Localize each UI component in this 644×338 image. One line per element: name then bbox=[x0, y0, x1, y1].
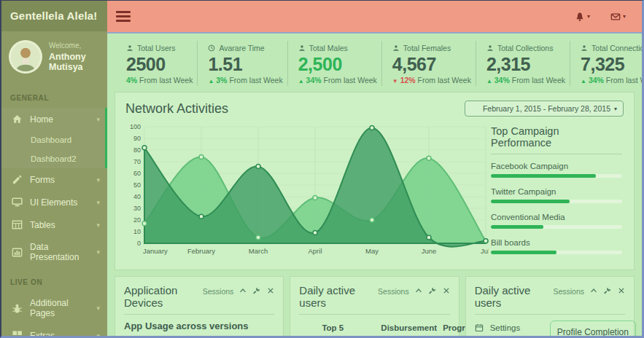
data-point bbox=[427, 156, 431, 160]
data-point bbox=[313, 231, 317, 235]
stat-change-pct: 34% bbox=[306, 76, 322, 84]
table-icon bbox=[12, 219, 23, 230]
close-icon[interactable] bbox=[618, 287, 625, 294]
data-point bbox=[142, 221, 147, 226]
svg-text:80: 80 bbox=[133, 146, 141, 154]
network-activities-panel: Network Activities February 1, 2015 - Fe… bbox=[115, 92, 635, 270]
stat-tile-total-collections: Total Collections2,315▲ 34% From last We… bbox=[476, 41, 570, 86]
close-icon[interactable] bbox=[443, 287, 450, 294]
sidebar: Gentellela Alela! Welcome, Anthony Mutis… bbox=[1, 1, 107, 336]
menu-toggle-icon[interactable] bbox=[116, 9, 131, 25]
caret-up-icon: ▲ bbox=[208, 78, 214, 84]
sidebar-item-label: Extras bbox=[30, 331, 89, 338]
stat-label-text: Total Collections bbox=[497, 44, 553, 52]
caret-down-icon: ▼ bbox=[392, 78, 398, 84]
profile-completion-title: Profile Completion bbox=[555, 327, 631, 336]
chevron-down-icon: ▾ bbox=[96, 199, 100, 206]
svg-text:70: 70 bbox=[133, 158, 141, 165]
sidebar-item-ui-elements[interactable]: UI Elements▾ bbox=[1, 191, 107, 213]
campaign-performance-block: Top Campaign Performance Facebook Campai… bbox=[489, 122, 625, 264]
stat-label-text: Total Users bbox=[137, 44, 176, 52]
column-disbursement: Disbursement bbox=[366, 323, 437, 332]
network-chart-svg: 0102030405060708090100JanuaryFebruaryMar… bbox=[124, 122, 489, 261]
campaign-row-twitter-campaign: Twitter Campaign bbox=[491, 187, 622, 203]
calendar-icon bbox=[475, 323, 484, 332]
bell-icon bbox=[575, 12, 585, 22]
app-usage-title: App Usage across versions bbox=[124, 321, 274, 331]
svg-text:60: 60 bbox=[133, 170, 141, 177]
stat-label: Total Connections bbox=[581, 44, 642, 52]
stat-label: Avarare Time bbox=[208, 44, 282, 52]
windows-icon bbox=[12, 330, 23, 338]
profile-block: Welcome, Anthony Mutisya bbox=[1, 31, 107, 84]
user-icon bbox=[298, 44, 306, 52]
panel-tools bbox=[590, 287, 625, 294]
clock-icon bbox=[208, 44, 215, 52]
stat-change: ▲ 34% From last Week bbox=[298, 76, 377, 84]
stat-change: ▼ 12% From last Week bbox=[392, 76, 471, 84]
sidebar-item-data-presentation[interactable]: Data Presentation▾ bbox=[1, 236, 107, 268]
date-range-button[interactable]: February 1, 2015 - February 28, 2015 ▾ bbox=[465, 101, 624, 117]
wrench-icon[interactable] bbox=[429, 287, 436, 294]
stat-value: 7,325 bbox=[581, 54, 642, 75]
sidebar-menu: GENERALHome▾DashboardDashboard2Forms▾UI … bbox=[1, 84, 107, 338]
navbar-actions: ▾▾ bbox=[575, 12, 626, 22]
chevron-down-icon: ▾ bbox=[96, 221, 100, 229]
stat-change-pct: 3% bbox=[216, 76, 227, 84]
sidebar-item-label: UI Elements bbox=[30, 197, 89, 208]
navbar-bell-menu[interactable]: ▾ bbox=[575, 12, 590, 22]
chevron-down-icon: ▾ bbox=[96, 116, 100, 123]
stat-label-text: Total Females bbox=[403, 44, 451, 52]
campaign-label: Twitter Campaign bbox=[491, 187, 622, 196]
stat-change: ▲ 34% From last Week bbox=[581, 76, 642, 84]
profile-completion-box: Profile Completion bbox=[550, 321, 636, 336]
sidebar-item-extras[interactable]: Extras▾ bbox=[1, 324, 107, 338]
sidebar-item-forms[interactable]: Forms▾ bbox=[1, 168, 107, 191]
avatar[interactable] bbox=[9, 40, 42, 74]
quick-item-settings[interactable]: Settings bbox=[475, 323, 543, 332]
sidebar-item-home[interactable]: Home▾ bbox=[1, 108, 107, 130]
chevron-down-icon: ▾ bbox=[623, 13, 626, 20]
panel-tools bbox=[415, 287, 450, 294]
sidebar-active-group: Home▾DashboardDashboard2 bbox=[1, 108, 107, 168]
app-title[interactable]: Gentellela Alela! bbox=[1, 1, 107, 31]
panel-subtitle[interactable]: Sessions bbox=[378, 287, 409, 296]
chevron-up-icon[interactable] bbox=[239, 287, 247, 294]
stat-value: 2,315 bbox=[486, 54, 565, 75]
stat-label: Total Females bbox=[392, 44, 471, 52]
stat-label-text: Total Males bbox=[309, 44, 348, 52]
edit-icon bbox=[12, 174, 23, 185]
svg-text:April: April bbox=[308, 247, 322, 255]
sidebar-subitem-dashboard[interactable]: Dashboard bbox=[1, 130, 107, 149]
panel-subtitle[interactable]: Sessions bbox=[203, 287, 234, 296]
quick-settings-list: SettingsSubscriptionAuto RenewalAchievem… bbox=[475, 321, 543, 336]
chevron-up-icon[interactable] bbox=[590, 287, 597, 294]
sidebar-subitem-dashboard2[interactable]: Dashboard2 bbox=[1, 149, 107, 168]
close-icon[interactable] bbox=[267, 287, 274, 294]
panel-title: Application Devices bbox=[124, 284, 197, 309]
user-icon bbox=[126, 44, 133, 52]
svg-text:10: 10 bbox=[133, 228, 141, 235]
campaign-progress-fill bbox=[491, 174, 596, 178]
stat-value: 1.51 bbox=[208, 54, 282, 75]
navbar-envelope-menu[interactable]: ▾ bbox=[610, 12, 626, 22]
wrench-icon[interactable] bbox=[253, 287, 260, 294]
sidebar-item-tables[interactable]: Tables▾ bbox=[1, 213, 107, 236]
stat-change: ▲ 34% From last Week bbox=[486, 76, 565, 84]
data-point bbox=[142, 146, 147, 150]
panel-title: Daily active users bbox=[475, 284, 548, 309]
chevron-up-icon[interactable] bbox=[415, 287, 422, 294]
calendar-icon bbox=[471, 105, 479, 113]
data-point bbox=[256, 235, 260, 240]
caret-up-icon: ▲ bbox=[581, 78, 586, 84]
sidebar-item-additional-pages[interactable]: Additional Pages▾ bbox=[1, 292, 107, 324]
date-range-label: February 1, 2015 - February 28, 2015 bbox=[483, 104, 610, 113]
wrench-icon[interactable] bbox=[604, 287, 611, 294]
caret-up-icon: ▲ bbox=[298, 78, 304, 84]
stat-tile-total-connections: Total Connections7,325▲ 34% From last We… bbox=[570, 41, 642, 86]
stat-value: 2500 bbox=[126, 54, 193, 75]
menu-section-header: LIVE ON bbox=[1, 268, 107, 292]
welcome-label: Welcome, bbox=[49, 42, 101, 50]
panel-subtitle[interactable]: Sessions bbox=[553, 287, 584, 296]
data-point bbox=[256, 164, 260, 168]
